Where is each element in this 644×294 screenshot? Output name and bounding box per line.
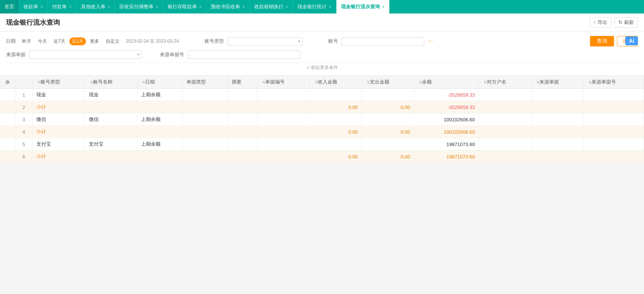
source-doc-no-cell: [584, 126, 644, 138]
nav-qitashouru[interactable]: 其他收入单 ×: [77, 0, 115, 13]
date-cell: 上期余额: [137, 113, 183, 126]
account-type-col-header[interactable]: ⇅账号类型: [33, 76, 85, 89]
nav-liushui[interactable]: 现金银行流水查询 ×: [336, 0, 389, 13]
summary-cell: [228, 101, 257, 113]
date-range-text: 2023-02-24 至 2023-03-24: [126, 38, 179, 45]
summary-col-header: 摘要: [228, 76, 257, 89]
account-type-select-wrapper: ▾: [228, 37, 303, 46]
sort-icon: ⇅: [90, 80, 93, 84]
source-doc-no-filter-group: 来源单据号: [160, 50, 300, 59]
settings-col-header[interactable]: ⚙: [0, 76, 15, 89]
source-doc-cell: [531, 89, 583, 101]
settings-cell[interactable]: [0, 89, 15, 101]
nav-shoukuandan[interactable]: 收款单 ×: [19, 0, 48, 13]
table-header-row: ⚙ ⇅账号类型 ⇅账号名称 ⇅日期 单据类型 摘要 ⇅单据编号 ⇅收入金额: [0, 76, 644, 89]
doc-type-cell: [183, 101, 228, 113]
account-input[interactable]: [342, 37, 424, 46]
nav-yinhangcuqukuan[interactable]: 银行存取款单 ×: [163, 0, 206, 13]
expense-col-header[interactable]: ⇅支出金额: [362, 76, 414, 89]
close-icon[interactable]: ×: [108, 4, 110, 9]
close-icon[interactable]: ×: [156, 4, 158, 9]
balance-cell: 19871073.60: [414, 151, 479, 163]
close-icon[interactable]: ×: [286, 4, 288, 9]
date-btn-today[interactable]: 今天: [35, 37, 50, 45]
table-row: 2 小计 0.00 0.00 -3528659.33: [0, 101, 644, 113]
sort-icon: ⇅: [536, 80, 539, 84]
source-doc-no-cell: [584, 113, 644, 126]
balance-col-header[interactable]: ⇅余额: [414, 76, 479, 89]
source-doc-col-header[interactable]: ⇅来源单据: [531, 76, 583, 89]
dots-button[interactable]: ···: [428, 38, 433, 45]
doc-no-cell: [257, 151, 309, 163]
table-row: 4 小计 0.00 0.00 100102606.60: [0, 126, 644, 138]
income-cell: [309, 113, 362, 126]
close-icon[interactable]: ×: [242, 4, 245, 9]
source-doc-filter-group: 来源单据 ▾: [6, 50, 142, 59]
income-col-header[interactable]: ⇅收入金额: [309, 76, 362, 89]
account-name-cell: [85, 126, 137, 138]
counterparty-col-header[interactable]: ⇅对方户名: [479, 76, 531, 89]
source-doc-cell: [531, 101, 583, 113]
settings-cell[interactable]: [0, 151, 15, 163]
settings-cell[interactable]: [0, 101, 15, 113]
seq-cell: 1: [15, 89, 33, 101]
date-btn-yesterday[interactable]: 昨天: [20, 37, 34, 45]
date-label: 日期: [6, 38, 16, 45]
nav-shoukuanhexiao[interactable]: 收款核销执行 ×: [250, 0, 293, 13]
doc-type-cell: [183, 151, 228, 163]
source-doc-no-cell: [584, 101, 644, 113]
seq-col-header: [15, 76, 33, 89]
source-doc-no-cell: [584, 151, 644, 163]
doc-no-col-header[interactable]: ⇅单据编号: [257, 76, 309, 89]
settings-cell[interactable]: [0, 138, 15, 151]
source-doc-no-col-header[interactable]: ⇅来源单据号: [584, 76, 644, 89]
close-icon[interactable]: ×: [69, 4, 71, 9]
date-btn-1month[interactable]: 近1月: [69, 37, 86, 45]
expense-cell: 0.00: [362, 101, 414, 113]
date-col-header[interactable]: ⇅日期: [137, 76, 183, 89]
query-button[interactable]: 查询: [590, 36, 614, 46]
doc-type-cell: [183, 113, 228, 126]
date-shortcuts: 昨天 今天 近7天 近1月 更多 自定义: [20, 37, 122, 45]
nav-yushouzhong[interactable]: 预收冲应收单 ×: [206, 0, 249, 13]
account-type-select[interactable]: [228, 37, 303, 46]
date-cell: [137, 126, 183, 138]
refresh-button[interactable]: ↻ 刷新: [614, 17, 638, 28]
page-title: 现金银行流水查询: [6, 18, 60, 27]
table-container: ⚙ ⇅账号类型 ⇅账号名称 ⇅日期 单据类型 摘要 ⇅单据编号 ⇅收入金额: [0, 76, 644, 163]
close-icon[interactable]: ×: [41, 4, 43, 9]
date-btn-7days[interactable]: 近7天: [51, 37, 68, 45]
nav-home[interactable]: 首页: [0, 0, 19, 13]
nav-xianjinyinhang[interactable]: 现金银行统计 ×: [293, 0, 336, 13]
collapse-bar[interactable]: ∧ 收起更多条件: [6, 63, 638, 72]
doc-no-cell: [257, 113, 309, 126]
expense-cell: [362, 138, 414, 151]
income-cell: [309, 89, 362, 101]
summary-cell: [228, 89, 257, 101]
close-icon[interactable]: ×: [199, 4, 201, 9]
collapse-up-icon: ∧: [306, 65, 310, 70]
date-cell: [137, 151, 183, 163]
expense-cell: [362, 113, 414, 126]
sort-icon: ⇅: [38, 80, 41, 84]
sort-icon: ⇅: [315, 80, 318, 84]
account-name-col-header[interactable]: ⇅账号名称: [85, 76, 137, 89]
seq-cell: 2: [15, 101, 33, 113]
date-btn-custom[interactable]: 自定义: [103, 37, 122, 45]
page-header: 现金银行流水查询 ↑ 导出 ↻ 刷新: [0, 13, 644, 31]
doc-type-cell: [183, 89, 228, 101]
table-row: 6 小计 0.00 0.00 19871073.60: [0, 151, 644, 163]
nav-fukuandan[interactable]: 付款单 ×: [48, 0, 76, 13]
settings-cell[interactable]: [0, 113, 15, 126]
date-btn-more[interactable]: 更多: [87, 37, 102, 45]
export-button[interactable]: ↑ 导出: [590, 17, 612, 28]
account-name-cell: 微信: [85, 113, 137, 126]
close-icon[interactable]: ×: [329, 4, 331, 9]
source-doc-no-input[interactable]: [188, 50, 300, 59]
ai-badge[interactable]: Ai: [625, 36, 638, 45]
source-doc-select[interactable]: [29, 50, 142, 59]
table-body: 1 现金 现金 上期余额 -3528659.33 2 小计 0.00 0.00 …: [0, 89, 644, 163]
settings-cell[interactable]: [0, 126, 15, 138]
close-icon[interactable]: ×: [382, 4, 384, 9]
nav-yingshouyingfu[interactable]: 应收应付调整单 ×: [115, 0, 163, 13]
